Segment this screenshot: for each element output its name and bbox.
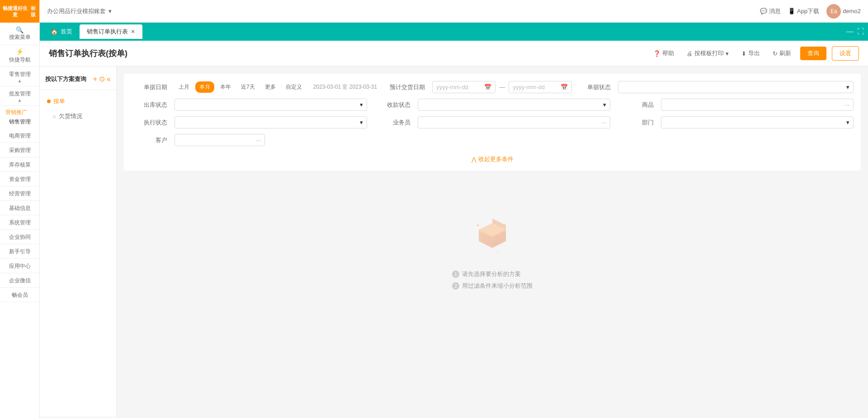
date-btn-this-year[interactable]: 本年	[216, 81, 235, 93]
out-status-label: 出库状态	[131, 101, 167, 109]
refresh-icon: ↻	[773, 50, 778, 57]
date-end-input[interactable]: yyyy-mm-dd 📅	[509, 81, 572, 93]
avatar: Ea	[826, 4, 841, 19]
content: 销售订单执行表(按单) ❓ 帮助 🖨 按模板打印 ▾ ⬇ 导出 ↻ 刷新	[40, 41, 868, 418]
empty-tips: 1 请先选择要分析的方案 2 用过滤条件来缩小分析范围	[452, 268, 533, 292]
salesperson-select[interactable]: ···	[418, 116, 610, 128]
filter-row-customer: 客户 ···	[131, 134, 854, 146]
filter-section: 单据日期 上月 本月 本年 近7天 更多 自定义 2023-03-01 至 20…	[124, 74, 861, 171]
sidebar-item-purchase[interactable]: 采购管理	[0, 143, 39, 157]
tab-bar: 🏠 首页 销售订单执行表 ✕ — ⛶	[40, 23, 868, 41]
settings-button[interactable]: 设置	[832, 46, 859, 61]
panel-divider	[40, 90, 116, 90]
sidebar-item-finance[interactable]: 资金管理	[0, 172, 39, 186]
out-status-select[interactable]: ▾	[175, 99, 367, 111]
date-quick-buttons: 上月 本月 本年 近7天 更多 自定义	[175, 81, 306, 93]
copy-scheme-button[interactable]: ⊙	[99, 75, 105, 83]
filter-row-status: 出库状态 ▾ 收款状态 ▾	[131, 99, 854, 111]
collapse-panel-button[interactable]: «	[107, 75, 111, 83]
date-btn-last-7days[interactable]: 近7天	[237, 81, 259, 93]
query-button[interactable]: 查询	[800, 47, 826, 60]
tab-maximize-icon[interactable]: ⛶	[857, 28, 864, 36]
user-profile-action[interactable]: Ea demo2	[826, 4, 861, 19]
breadcrumb-chevron[interactable]: ▾	[108, 8, 112, 14]
doc-status-chevron: ▾	[846, 84, 849, 90]
receipt-status-select[interactable]: ▾	[418, 99, 610, 111]
main-area: 办公用品行业模拟账套 ▾ 💬 消息 📱 App下载 Ea demo2 🏠 首页	[40, 0, 868, 418]
svg-text:✦: ✦	[476, 223, 480, 228]
date-btn-custom[interactable]: 自定义	[282, 81, 306, 93]
sidebar-item-batch-mgmt[interactable]: 批发管理 ▲	[0, 86, 39, 106]
empty-tip-1: 1 请先选择要分析的方案	[452, 268, 533, 280]
date-label: 单据日期	[131, 83, 167, 91]
scheme-item-欠货情况[interactable]: ○ 欠货情况	[40, 109, 116, 124]
dept-label: 部门	[618, 119, 654, 127]
exec-status-label: 执行状态	[131, 119, 167, 127]
date-btn-more[interactable]: 更多	[261, 81, 280, 93]
sidebar-item-member[interactable]: 畅会员	[0, 288, 39, 302]
export-button[interactable]: ⬇ 导出	[738, 48, 764, 59]
tab-home[interactable]: 🏠 首页	[43, 24, 80, 39]
sidebar-item-app-center[interactable]: 应用中心	[0, 259, 39, 273]
sidebar-item-sys-mgmt[interactable]: 系统管理	[0, 215, 39, 230]
sidebar-item-operations[interactable]: 经营管理	[0, 186, 39, 201]
breadcrumb: 办公用品行业模拟账套 ▾	[47, 7, 753, 15]
topbar: 办公用品行业模拟账套 ▾ 💬 消息 📱 App下载 Ea demo2	[40, 0, 868, 23]
sidebar-item-enterprise[interactable]: 企业协同	[0, 230, 39, 244]
doc-status-label: 单据状态	[579, 83, 611, 91]
sidebar-item-quick-nav[interactable]: ⚡ 快捷导航	[0, 45, 39, 67]
sidebar-item-inventory[interactable]: 库存核算	[0, 157, 39, 172]
sidebar-subsection-marketing: 营销推广	[4, 108, 36, 117]
tab-close-icon[interactable]: ✕	[131, 28, 135, 35]
refresh-button[interactable]: ↻ 刷新	[769, 48, 795, 59]
message-action[interactable]: 💬 消息	[760, 7, 781, 15]
salesperson-more-icon: ···	[601, 119, 606, 126]
product-select[interactable]: ···	[661, 99, 854, 111]
tab-minimize-icon[interactable]: —	[846, 28, 854, 36]
tab-sales-order[interactable]: 销售订单执行表 ✕	[80, 24, 142, 39]
print-button[interactable]: 🖨 按模板打印 ▾	[683, 48, 732, 59]
print-chevron-icon: ▾	[726, 50, 729, 57]
sidebar-item-basic-info[interactable]: 基础信息	[0, 201, 39, 215]
calendar-icon: 📅	[484, 84, 491, 90]
scheme-item-按单[interactable]: 按单	[40, 94, 116, 109]
collapse-icon: ⋀	[472, 156, 476, 163]
page-header-actions: ❓ 帮助 🖨 按模板打印 ▾ ⬇ 导出 ↻ 刷新 查询 设置	[650, 46, 859, 61]
left-panel: 按以下方案查询 + ⊙ « 按单 ○ 欠货情况	[40, 66, 117, 417]
help-button[interactable]: ❓ 帮助	[650, 48, 678, 59]
product-more-icon: ···	[844, 101, 849, 108]
page-header: 销售订单执行表(按单) ❓ 帮助 🖨 按模板打印 ▾ ⬇ 导出 ↻ 刷新	[40, 41, 868, 66]
dept-select[interactable]: ▾	[661, 116, 854, 128]
search-menu-item[interactable]: 🔍 搜索菜单	[0, 23, 39, 45]
sidebar-item-ecommerce[interactable]: 电商管理	[0, 128, 39, 143]
date-range-display: 2023-03-01 至 2023-03-31	[313, 83, 377, 91]
sidebar-item-zero-sale[interactable]: 零售管理 ▲	[0, 67, 39, 86]
app-download-icon: 📱	[788, 8, 795, 14]
message-icon: 💬	[760, 8, 767, 14]
print-icon: 🖨	[687, 50, 693, 57]
sidebar-item-enterprise-wechat[interactable]: 企业微信	[0, 273, 39, 288]
date-start-input[interactable]: yyyy-mm-dd 📅	[432, 81, 495, 93]
date-range-separator: —	[499, 84, 505, 90]
collapse-filters-button[interactable]: ⋀ 收起更多条件	[131, 152, 854, 163]
sidebar-item-sales-mgmt[interactable]: 销售管理	[4, 117, 36, 127]
exec-status-select[interactable]: ▾	[175, 116, 367, 128]
left-panel-header: 按以下方案查询 + ⊙ «	[40, 72, 116, 86]
active-indicator	[47, 100, 51, 103]
sidebar-item-new-guide[interactable]: 新手引导	[0, 244, 39, 259]
exec-status-chevron: ▾	[360, 119, 363, 126]
expected-date-label: 预计交货日期	[384, 83, 425, 91]
date-btn-this-month[interactable]: 本月	[195, 81, 214, 93]
app-download-action[interactable]: 📱 App下载	[788, 7, 819, 15]
right-panel: 单据日期 上月 本月 本年 近7天 更多 自定义 2023-03-01 至 20…	[117, 66, 868, 417]
date-range-picker: yyyy-mm-dd 📅 — yyyy-mm-dd 📅	[432, 81, 572, 93]
receipt-status-label: 收款状态	[374, 101, 410, 109]
customer-more-icon: ···	[256, 137, 261, 143]
date-btn-last-month[interactable]: 上月	[175, 81, 193, 93]
add-scheme-button[interactable]: +	[93, 75, 97, 83]
export-icon: ⬇	[741, 50, 746, 57]
salesperson-label: 业务员	[374, 119, 410, 127]
doc-status-select[interactable]: ▾	[618, 81, 854, 93]
customer-select[interactable]: ···	[175, 134, 265, 146]
app-logo: 畅捷通好生意 标版	[0, 0, 39, 23]
